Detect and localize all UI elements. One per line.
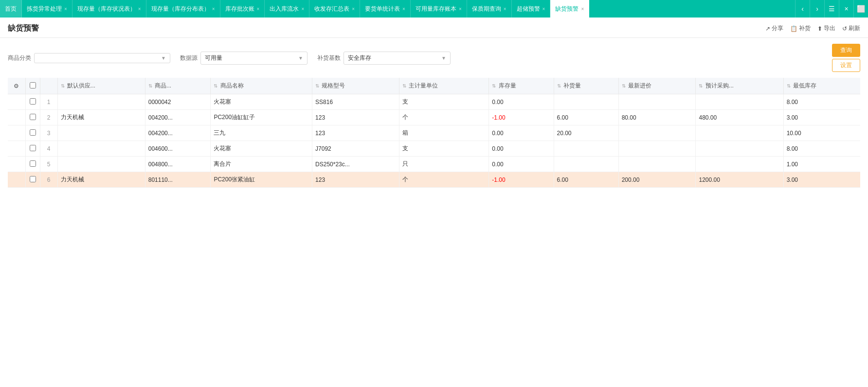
td-min-stock: 8.00 [783,141,860,157]
tab-close-icon[interactable]: × [581,6,584,12]
row-checkbox[interactable] [30,145,36,151]
tab-close-icon[interactable]: × [352,6,355,12]
replenish-button[interactable]: 📋 补货 [790,24,811,33]
tab-close-icon[interactable]: × [257,6,260,12]
td-settings [8,172,25,188]
th-settings[interactable]: ⚙ [8,78,25,94]
table-row: 5 004800... 离合片 DS250*23c... 只 0.00 1.00 [8,157,860,172]
td-default-supplier [57,125,145,141]
nav-prev-btn[interactable]: ‹ [795,0,810,18]
td-latest-price [618,141,696,157]
tab-inout-flow[interactable]: 出入库流水 × [265,0,309,18]
tab-close-icon[interactable]: × [459,6,462,12]
row-checkbox[interactable] [30,98,36,105]
th-spec[interactable]: ⇅ 规格型号 [312,78,399,94]
nav-controls: ‹ › ☰ × ⬜ [795,0,868,18]
datasource-select-value: 可用量 [205,54,222,62]
table-container: ⚙ ⇅ 默认供应... ⇅ 商品... ⇅ [0,78,868,188]
tab-home[interactable]: 首页 [0,0,22,18]
td-checkbox[interactable] [25,125,40,141]
td-settings [8,141,25,157]
td-checkbox[interactable] [25,110,40,125]
replenish-base-select[interactable]: 安全库存 ▼ [344,52,451,65]
table-row: 3 004200... 三九 123 箱 0.00 20.00 10.00 [8,125,860,141]
td-goods-code: 004200... [145,125,211,141]
td-checkbox[interactable] [25,94,40,110]
query-button[interactable]: 查询 [832,44,860,57]
th-latest-price[interactable]: ⇅ 最新进价 [618,78,696,94]
th-default-supplier[interactable]: ⇅ 默认供应... [57,78,145,94]
th-stock[interactable]: ⇅ 库存量 [489,78,554,94]
td-checkbox[interactable] [25,157,40,172]
th-estimated-purchase[interactable]: ⇅ 预计采购... [696,78,783,94]
td-replenish [554,157,618,172]
nav-next-btn[interactable]: › [810,0,824,18]
tab-available-ledger[interactable]: 可用量库存账本 × [411,0,467,18]
tab-current-stock-status[interactable]: 现存量（库存状况表） × [72,0,146,18]
td-goods-name: PC200油缸缸子 [211,110,312,125]
td-default-supplier: 力天机械 [57,110,145,125]
th-min-stock[interactable]: ⇅ 最低库存 [783,78,860,94]
td-estimated-purchase [696,125,783,141]
tab-current-stock-dist[interactable]: 现存量（库存分布表） × [146,0,220,18]
nav-close-btn[interactable]: × [839,0,853,18]
datasource-select[interactable]: 可用量 ▼ [200,52,307,65]
sort-icon: ⇅ [787,83,791,88]
tab-receive-summary[interactable]: 收发存汇总表 × [309,0,360,18]
td-index: 2 [40,110,57,125]
tab-picking-exception[interactable]: 拣货异常处理 × [22,0,72,18]
datasource-label: 数据源 [180,54,198,62]
tab-close-icon[interactable]: × [301,6,304,12]
select-all-checkbox[interactable] [30,82,36,88]
nav-maximize-btn[interactable]: ⬜ [853,0,868,18]
settings-button[interactable]: 设置 [832,59,860,72]
th-replenish[interactable]: ⇅ 补货量 [554,78,618,94]
category-select[interactable]: ▼ [34,53,170,63]
td-goods-code: 801110... [145,172,211,188]
th-unit[interactable]: ⇅ 主计量单位 [399,78,488,94]
nav-menu-btn[interactable]: ☰ [824,0,839,18]
tab-batch-account[interactable]: 库存批次账 × [220,0,265,18]
row-checkbox[interactable] [30,114,36,120]
tab-close-icon[interactable]: × [64,6,67,12]
tab-close-icon[interactable]: × [138,6,141,12]
tab-shortage-warning[interactable]: 缺货预警 × [550,0,589,18]
th-goods-code[interactable]: ⇅ 商品... [145,78,211,94]
th-goods-name[interactable]: ⇅ 商品名称 [211,78,312,94]
tab-order-stats[interactable]: 要货单统计表 × [360,0,411,18]
replenish-base-label: 补货基数 [317,54,341,62]
tab-close-icon[interactable]: × [212,6,215,12]
td-goods-code: 004200... [145,110,211,125]
export-button[interactable]: ⬆ 导出 [817,24,835,33]
tab-overstock-warning[interactable]: 超储预警 × [512,0,551,18]
tab-close-icon[interactable]: × [504,6,506,12]
td-stock: 0.00 [489,125,554,141]
row-checkbox[interactable] [30,176,36,182]
tab-quality-query[interactable]: 保质期查询 × [467,0,512,18]
share-button[interactable]: ↗ 分享 [765,24,783,33]
refresh-button[interactable]: ↺ 刷新 [842,24,860,33]
td-goods-name: 三九 [211,125,312,141]
td-index: 1 [40,94,57,110]
datasource-dropdown-icon: ▼ [298,55,303,61]
td-min-stock: 3.00 [783,172,860,188]
row-checkbox[interactable] [30,129,36,136]
td-checkbox[interactable] [25,141,40,157]
td-goods-code: 0000042 [145,94,211,110]
tab-close-icon[interactable]: × [402,6,405,12]
td-settings [8,94,25,110]
td-unit: 箱 [399,125,488,141]
filter-row: 商品分类 ▼ 数据源 可用量 ▼ 补货基数 安全库存 ▼ 查询 设置 [0,38,868,78]
tab-close-icon[interactable]: × [542,6,545,12]
td-latest-price [618,125,696,141]
td-unit: 支 [399,141,488,157]
replenish-base-select-value: 安全库存 [348,54,371,62]
column-settings-icon[interactable]: ⚙ [14,83,19,89]
td-checkbox[interactable] [25,172,40,188]
td-estimated-purchase [696,141,783,157]
row-checkbox[interactable] [30,160,36,167]
td-spec: DS250*23c... [312,157,399,172]
td-index: 4 [40,141,57,157]
td-replenish: 20.00 [554,125,618,141]
page-header: 缺货预警 ↗ 分享 📋 补货 ⬆ 导出 ↺ 刷新 [0,18,868,38]
